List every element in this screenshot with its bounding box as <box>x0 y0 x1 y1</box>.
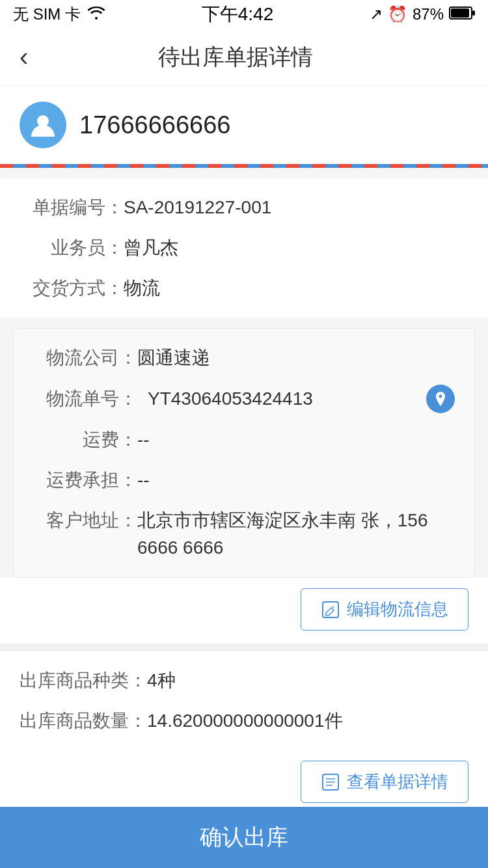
svg-rect-4 <box>323 602 338 617</box>
back-button[interactable]: ‹ <box>20 42 28 72</box>
goods-quantity-row: 出库商品数量： 14.620000000000001件 <box>20 707 468 735</box>
customer-header: 17666666666 <box>0 86 488 164</box>
status-bar: 无 SIM 卡 下午4:42 ↗ ⏰ 87% <box>0 0 488 29</box>
status-left: 无 SIM 卡 <box>13 4 105 25</box>
freight-label: 运费： <box>33 426 137 454</box>
track-location-icon[interactable] <box>426 385 455 413</box>
alarm-icon: ⏰ <box>388 5 407 23</box>
freight-bearer-label: 运费承担： <box>33 467 137 494</box>
edit-logistics-label: 编辑物流信息 <box>347 598 448 621</box>
goods-type-value: 4种 <box>147 667 468 694</box>
delivery-method-label: 交货方式： <box>20 275 124 302</box>
svg-rect-1 <box>472 10 475 16</box>
sales-person-label: 业务员： <box>20 234 124 262</box>
freight-row: 运费： -- <box>33 426 455 454</box>
battery-text: 87% <box>413 5 444 23</box>
edit-icon <box>321 600 340 619</box>
goods-quantity-value: 14.620000000000001件 <box>147 707 468 735</box>
delivery-method-value: 物流 <box>124 275 468 302</box>
confirm-button[interactable]: 确认出库 <box>0 807 488 868</box>
view-detail-area: 查看单据详情 <box>0 750 488 816</box>
edit-logistics-button[interactable]: 编辑物流信息 <box>301 588 468 631</box>
order-no-label: 单据编号： <box>20 194 124 221</box>
goods-quantity-label: 出库商品数量： <box>20 707 147 735</box>
location-status-icon: ↗ <box>370 5 383 23</box>
dashed-divider <box>0 164 488 168</box>
document-icon <box>321 772 340 792</box>
goods-type-row: 出库商品种类： 4种 <box>20 667 468 694</box>
address-value: 北京市市辖区海淀区永丰南 张，156 6666 6666 <box>137 507 455 562</box>
customer-phone: 17666666666 <box>79 111 230 139</box>
status-right: ↗ ⏰ 87% <box>370 5 475 23</box>
order-no-row: 单据编号： SA-20191227-001 <box>20 194 468 221</box>
freight-bearer-value: -- <box>137 467 455 494</box>
order-info-section: 单据编号： SA-20191227-001 业务员： 曾凡杰 交货方式： 物流 <box>0 178 488 318</box>
logistics-company-label: 物流公司： <box>33 344 137 372</box>
logistics-company-value: 圆通速递 <box>137 344 455 372</box>
tracking-no-value: YT43064053424413 <box>148 385 416 413</box>
customer-avatar <box>20 102 66 148</box>
battery-icon <box>449 5 475 23</box>
view-detail-label: 查看单据详情 <box>347 770 448 793</box>
logistics-company-row: 物流公司： 圆通速递 <box>33 344 455 372</box>
logistics-section: 物流公司： 圆通速递 物流单号： YT43064053424413 运费： --… <box>13 328 475 578</box>
tracking-no-row: 物流单号： YT43064053424413 <box>33 385 455 413</box>
sales-person-value: 曾凡杰 <box>124 234 468 262</box>
status-time: 下午4:42 <box>202 2 274 27</box>
order-no-value: SA-20191227-001 <box>124 194 468 221</box>
sales-person-row: 业务员： 曾凡杰 <box>20 234 468 262</box>
address-row: 客户地址： 北京市市辖区海淀区永丰南 张，156 6666 6666 <box>33 507 455 562</box>
section-divider <box>0 644 488 651</box>
nav-bar: ‹ 待出库单据详情 <box>0 29 488 86</box>
delivery-method-row: 交货方式： 物流 <box>20 275 468 302</box>
page-title: 待出库单据详情 <box>41 42 429 72</box>
freight-value: -- <box>137 426 455 454</box>
address-label: 客户地址： <box>33 507 137 534</box>
goods-section: 出库商品种类： 4种 出库商品数量： 14.620000000000001件 <box>0 651 488 750</box>
view-detail-button[interactable]: 查看单据详情 <box>301 761 468 803</box>
freight-bearer-row: 运费承担： -- <box>33 467 455 494</box>
tracking-no-label: 物流单号： <box>33 385 137 413</box>
svg-rect-2 <box>451 8 469 18</box>
goods-type-label: 出库商品种类： <box>20 667 147 694</box>
edit-logistics-area: 编辑物流信息 <box>0 578 488 644</box>
wifi-icon <box>87 5 105 23</box>
confirm-btn-label: 确认出库 <box>200 824 288 849</box>
carrier-text: 无 SIM 卡 <box>13 4 81 25</box>
